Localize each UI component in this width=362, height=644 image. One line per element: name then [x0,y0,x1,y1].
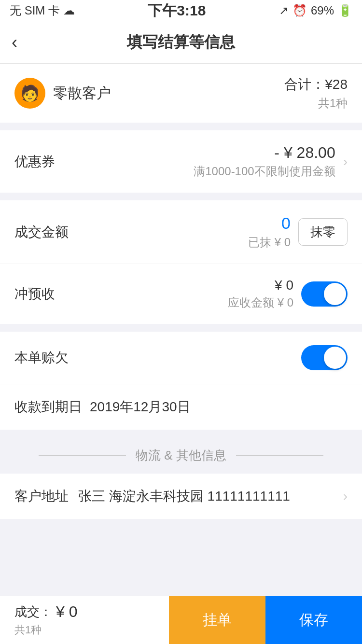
precharge-amount: ¥ 0 [228,278,293,293]
debt-label: 本单赊欠 [14,349,69,367]
precharge-right: ¥ 0 应收金额 ¥ 0 [228,278,348,310]
transaction-sub: 已抹 ¥ 0 [248,235,291,250]
transaction-section: 成交金额 0 已抹 ¥ 0 抹零 冲预收 ¥ 0 应收金额 ¥ 0 [0,200,362,324]
address-value: 张三 海淀永丰科技园 11111111111 [78,487,334,505]
customer-left: 🧑 零散客户 [14,78,111,109]
coupon-chevron: › [343,154,348,169]
transaction-row: 成交金额 0 已抹 ¥ 0 抹零 [0,200,362,264]
transaction-value-group: 0 已抹 ¥ 0 [248,214,291,250]
status-left: 无 SIM 卡 ☁ [10,3,75,18]
address-chevron: › [343,489,348,504]
hang-button[interactable]: 挂单 [169,596,265,644]
due-date-row: 收款到期日 2019年12月30日 [0,384,362,430]
transaction-label: 成交金额 [14,223,69,241]
avatar-icon: 🧑 [20,84,40,102]
debt-toggle[interactable] [301,345,348,370]
address-section[interactable]: 客户地址 张三 海淀永丰科技园 11111111111 › [0,474,362,519]
nav-bar: ‹ 填写结算等信息 [0,21,362,64]
signal-text: 无 SIM 卡 ☁ [10,3,75,18]
round-button[interactable]: 抹零 [298,218,348,246]
status-right: ↗ ⏰ 69% 🔋 [279,4,352,17]
coupon-value-group: - ¥ 28.00 满1000-100不限制使用金额 [194,144,335,179]
coupon-label: 优惠券 [14,153,55,171]
total-amount: 合计：¥28 [284,75,348,94]
precharge-label: 冲预收 [14,285,55,303]
page-title: 填写结算等信息 [127,32,235,53]
transaction-amount[interactable]: 0 [248,214,291,233]
bottom-info: 成交： ¥ 0 共1种 [0,596,169,644]
location-icon: ↗ [279,4,289,17]
avatar: 🧑 [14,78,45,109]
bottom-deal-amount: ¥ 0 [56,603,77,621]
debt-row: 本单赊欠 [0,332,362,384]
alarm-icon: ⏰ [292,4,307,17]
due-date-value: 2019年12月30日 [90,398,191,416]
status-bar: 无 SIM 卡 ☁ 下午3:18 ↗ ⏰ 69% 🔋 [0,0,362,21]
save-button[interactable]: 保存 [265,596,362,644]
bottom-deal: 成交： ¥ 0 [14,603,154,621]
coupon-right: - ¥ 28.00 满1000-100不限制使用金额 › [194,144,348,179]
debt-section: 本单赊欠 收款到期日 2019年12月30日 [0,332,362,430]
debt-right [301,345,348,370]
discount-amount: - ¥ 28.00 [194,144,335,162]
address-label: 客户地址 [14,487,69,505]
bottom-bar: 成交： ¥ 0 共1种 挂单 保存 [0,596,362,644]
precharge-toggle[interactable] [301,281,348,307]
due-date-label: 收款到期日 [14,398,82,416]
logistics-label: 物流 & 其他信息 [126,447,236,464]
battery-icon: 🔋 [338,4,352,17]
customer-summary: 合计：¥28 共1种 [284,75,348,111]
precharge-sub: 应收金额 ¥ 0 [228,295,293,310]
transaction-right: 0 已抹 ¥ 0 抹零 [248,214,348,250]
coupon-section[interactable]: 优惠券 - ¥ 28.00 满1000-100不限制使用金额 › [0,130,362,193]
bottom-count: 共1种 [14,623,154,637]
customer-name: 零散客户 [53,84,111,103]
main-content: 🧑 零散客户 合计：¥28 共1种 优惠券 - ¥ 28.00 满1000-10… [0,64,362,575]
battery-text: 69% [311,4,334,17]
precharge-value-group: ¥ 0 应收金额 ¥ 0 [228,278,293,310]
debt-toggle-knob [324,347,346,369]
precharge-row: 冲预收 ¥ 0 应收金额 ¥ 0 [0,264,362,324]
customer-section: 🧑 零散客户 合计：¥28 共1种 [0,64,362,123]
bottom-deal-label: 成交： [14,603,52,620]
customer-row: 🧑 零散客户 合计：¥28 共1种 [0,64,362,123]
coupon-row[interactable]: 优惠券 - ¥ 28.00 满1000-100不限制使用金额 › [0,130,362,193]
logistics-divider: 物流 & 其他信息 [0,437,362,474]
discount-desc: 满1000-100不限制使用金额 [194,164,335,179]
total-count: 共1种 [284,96,348,111]
precharge-toggle-knob [324,283,346,305]
status-time: 下午3:18 [148,1,206,21]
address-row[interactable]: 客户地址 张三 海淀永丰科技园 11111111111 › [0,474,362,519]
back-button[interactable]: ‹ [12,32,17,53]
